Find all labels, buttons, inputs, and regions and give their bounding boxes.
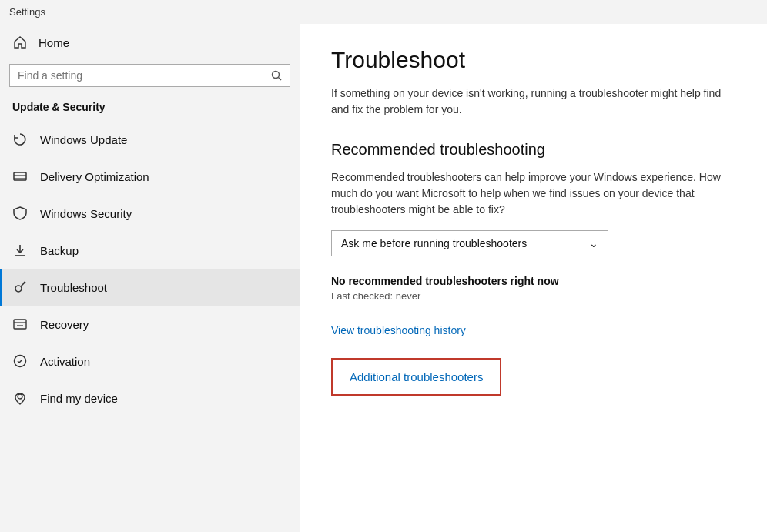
- activation-label: Activation: [40, 355, 90, 368]
- sidebar-item-windows-update[interactable]: Windows Update: [0, 121, 300, 158]
- svg-point-0: [273, 72, 280, 79]
- home-icon: [12, 35, 28, 50]
- sidebar-item-backup[interactable]: Backup: [0, 232, 300, 269]
- troubleshooter-dropdown[interactable]: Ask me before running troubleshooters ⌄: [331, 230, 608, 256]
- windows-security-label: Windows Security: [40, 207, 132, 220]
- windows-update-label: Windows Update: [40, 133, 127, 146]
- sidebar-item-home[interactable]: Home: [0, 24, 300, 61]
- windows-security-icon: [12, 206, 28, 221]
- home-label: Home: [39, 36, 69, 49]
- main-layout: Home Update & Security Windows Update: [0, 24, 767, 532]
- svg-rect-10: [14, 320, 26, 329]
- troubleshoot-icon: [12, 279, 28, 295]
- svg-line-1: [279, 78, 282, 81]
- delivery-optimization-icon: [12, 169, 28, 184]
- activation-icon: [12, 353, 28, 369]
- intro-text: If something on your device isn't workin…: [331, 85, 736, 118]
- svg-point-7: [15, 286, 22, 292]
- find-my-device-label: Find my device: [40, 392, 118, 405]
- sidebar: Home Update & Security Windows Update: [0, 24, 300, 532]
- windows-update-icon: [12, 132, 28, 147]
- search-box[interactable]: [9, 64, 290, 87]
- title-bar: Settings: [0, 0, 767, 24]
- sidebar-item-find-my-device[interactable]: Find my device: [0, 380, 300, 417]
- find-my-device-icon: [12, 390, 28, 406]
- page-title: Troubleshoot: [331, 47, 736, 73]
- no-troubleshooters-text: No recommended troubleshooters right now: [331, 275, 736, 287]
- backup-label: Backup: [40, 244, 79, 257]
- rec-troubleshooting-heading: Recommended troubleshooting: [331, 141, 736, 159]
- additional-troubleshooters-button[interactable]: Additional troubleshooters: [331, 358, 501, 396]
- delivery-optimization-label: Delivery Optimization: [40, 170, 149, 183]
- app-title: Settings: [9, 6, 45, 18]
- recovery-label: Recovery: [40, 318, 89, 331]
- sidebar-item-troubleshoot[interactable]: Troubleshoot: [0, 269, 300, 306]
- view-history-link[interactable]: View troubleshooting history: [331, 324, 466, 336]
- section-title: Update & Security: [0, 96, 300, 121]
- backup-icon: [12, 243, 28, 258]
- dropdown-value: Ask me before running troubleshooters: [341, 237, 527, 249]
- rec-desc: Recommended troubleshooters can help imp…: [331, 169, 736, 218]
- troubleshoot-label: Troubleshoot: [40, 281, 107, 294]
- content-area: Troubleshoot If something on your device…: [300, 24, 767, 532]
- chevron-down-icon: ⌄: [589, 237, 598, 249]
- sidebar-item-delivery-optimization[interactable]: Delivery Optimization: [0, 158, 300, 195]
- recovery-icon: [12, 316, 28, 332]
- sidebar-item-windows-security[interactable]: Windows Security: [0, 195, 300, 232]
- search-input[interactable]: [18, 69, 271, 82]
- sidebar-item-recovery[interactable]: Recovery: [0, 306, 300, 343]
- last-checked-text: Last checked: never: [331, 290, 736, 302]
- svg-point-14: [18, 394, 22, 399]
- sidebar-item-activation[interactable]: Activation: [0, 343, 300, 380]
- search-button[interactable]: [271, 70, 282, 81]
